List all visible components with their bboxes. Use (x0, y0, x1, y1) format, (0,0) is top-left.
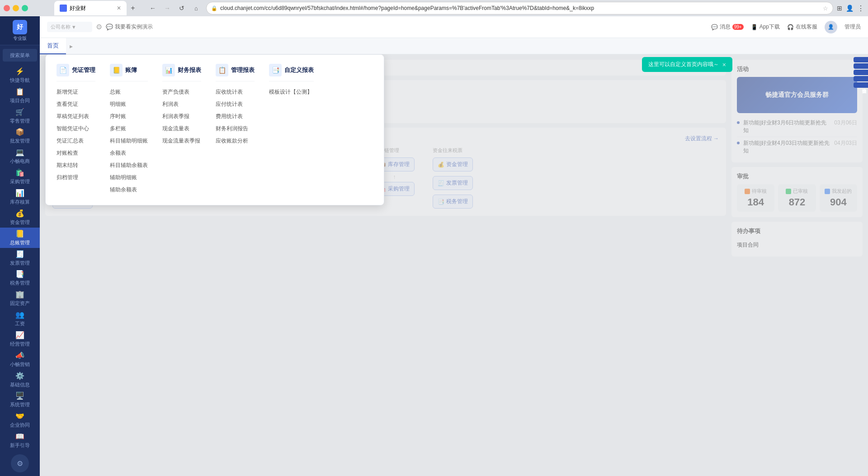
bookmark-icon[interactable]: ☆ (823, 5, 828, 12)
reload-button[interactable]: ↺ (175, 2, 188, 14)
sidebar-item-fixed[interactable]: 🏢 固定资产 (0, 288, 40, 309)
menu-item-view-voucher[interactable]: 查看凭证 (57, 98, 95, 110)
browser-tab-active[interactable]: 好业财 ✕ (54, 1, 127, 15)
message-button[interactable]: 💬 消息 99+ (711, 23, 744, 31)
finance-report-title: 财务报表 (178, 66, 201, 74)
menu-item-profit-report[interactable]: 财务利润报告 (216, 123, 255, 135)
menu-item-subject-balance[interactable]: 科目辅助余额表 (110, 159, 148, 171)
side-btn-service[interactable]: 客服热线 (854, 70, 868, 75)
sidebar-item-project[interactable]: 📋 项目合同 (0, 86, 40, 106)
side-btn-help[interactable]: 帮助中心 (854, 63, 868, 69)
sidebar-item-base[interactable]: ⚙️ 基础信息 (0, 370, 40, 390)
sidebar-item-ops[interactable]: 📈 经营管理 (0, 329, 40, 349)
search-menu-button[interactable]: 搜索菜单 (3, 49, 37, 62)
side-btn-homepage[interactable]: 首页设置 (854, 57, 868, 62)
menu-item-draft-voucher[interactable]: 草稿凭证列表 (57, 110, 95, 123)
menu-item-period-end[interactable]: 期末结转 (57, 159, 95, 171)
sidebar-item-label: 固定资产 (10, 300, 30, 307)
win-close-btn[interactable] (4, 5, 10, 11)
menu-item-aux-balance[interactable]: 辅助余额表 (110, 184, 148, 196)
new-tab-button[interactable]: + (127, 2, 139, 14)
sidebar-item-quick[interactable]: ⚡ 快捷导航 (0, 65, 40, 86)
sidebar-item-coop[interactable]: 🤝 企业协同 (0, 410, 40, 430)
sidebar-item-inventory[interactable]: 📊 库存核算 (0, 187, 40, 207)
sidebar-item-label: 项目合同 (10, 97, 30, 104)
extensions-icon[interactable]: ⊞ (837, 5, 842, 12)
topbar-left: 公司名称 ▾ ⚙ 💬 我要看实例演示 (47, 22, 153, 32)
sidebar-item-label: 资金管理 (10, 219, 30, 226)
settings-button[interactable]: ⚙ (11, 454, 29, 472)
sidebar-item-invoice[interactable]: 🧾 发票管理 (0, 248, 40, 268)
sidebar-item-wholesale[interactable]: 📦 批发管理 (0, 126, 40, 147)
menu-item-general-ledger[interactable]: 总账 (110, 86, 148, 98)
invoice-icon: 🧾 (15, 250, 24, 258)
sidebar-item-funds[interactable]: 💰 资金管理 (0, 207, 40, 228)
sidebar-item-ecommerce[interactable]: 💻 小畅电商 (0, 146, 40, 167)
back-button[interactable]: ← (146, 2, 159, 14)
menu-item-time-ledger[interactable]: 序时账 (110, 110, 148, 123)
menu-item-ar-analysis[interactable]: 应收账款分析 (216, 135, 255, 147)
sidebar-item-accounting[interactable]: 📒 总账管理 (0, 228, 40, 248)
menu-item-balance[interactable]: 余额表 (110, 147, 148, 159)
menu-section-voucher: 📄 凭证管理 新增凭证 查看凭证 草稿凭证列表 智能凭证中心 凭证汇总表 对账检… (57, 64, 95, 196)
menu-item-profit[interactable]: 利润表 (162, 98, 201, 110)
menu-item-archive[interactable]: 归档管理 (57, 171, 95, 184)
menu-item-cashflow-q[interactable]: 现金流量表季报 (162, 135, 201, 147)
tab-close-icon[interactable]: ✕ (117, 5, 121, 11)
app-label: App下载 (760, 23, 780, 31)
system-icon: 🖥️ (15, 391, 24, 400)
menu-item-cashflow[interactable]: 现金流量表 (162, 123, 201, 135)
user-avatar[interactable]: 👤 (825, 21, 837, 33)
win-max-btn[interactable] (22, 5, 28, 11)
profile-icon[interactable]: 👤 (846, 5, 854, 12)
win-min-btn[interactable] (13, 5, 19, 11)
tip-close-btn[interactable]: × (722, 61, 726, 68)
sidebar-item-payroll[interactable]: 👥 工资 (0, 309, 40, 329)
menu-item-expense-stats[interactable]: 费用统计表 (216, 110, 255, 123)
sidebar-logo: 好 专业版 (0, 16, 40, 45)
menu-item-balance-sheet[interactable]: 资产负债表 (162, 86, 201, 98)
more-icon[interactable]: ⋮ (857, 4, 864, 13)
forward-button[interactable]: → (161, 2, 174, 14)
company-dropdown[interactable]: 公司名称 ▾ (47, 22, 92, 32)
menu-item-add-voucher[interactable]: 新增凭证 (57, 86, 95, 98)
settings-icon[interactable]: ⚙ (96, 23, 102, 31)
home-button[interactable]: ⌂ (190, 2, 203, 14)
menu-item-ar-stats[interactable]: 应收统计表 (216, 86, 255, 98)
menu-item-aux-detail[interactable]: 辅助明细账 (110, 171, 148, 184)
message-badge: 99+ (732, 24, 744, 30)
demo-button[interactable]: 💬 我要看实例演示 (106, 23, 153, 31)
menu-item-multi-ledger[interactable]: 多栏账 (110, 123, 148, 135)
menu-item-smart-voucher[interactable]: 智能凭证中心 (57, 123, 95, 135)
menu-item-subject-detail[interactable]: 科目辅助明细账 (110, 135, 148, 147)
app-download-button[interactable]: 📱 App下载 (751, 23, 780, 31)
sidebar-item-guide[interactable]: 📖 新手引导 (0, 430, 40, 451)
online-service-button[interactable]: 🎧 在线客服 (787, 23, 817, 31)
sidebar-item-label: 小畅营销 (10, 361, 30, 368)
tab-home-label: 首页 (47, 42, 59, 50)
side-btn-community[interactable]: 服务社区 (854, 76, 868, 81)
sidebar-item-retail[interactable]: 🛒 零售管理 (0, 106, 40, 126)
menu-item-voucher-summary[interactable]: 凭证汇总表 (57, 135, 95, 147)
logo-icon: 好 (13, 20, 27, 34)
address-bar[interactable]: 🔒 cloud.chanjet.com/cc/u6d89qwnryel/57bf… (206, 2, 833, 14)
menu-item-template-design[interactable]: 模板设计【公测】 (269, 86, 314, 98)
sidebar-item-purchase[interactable]: 🛍️ 采购管理 (0, 167, 40, 187)
sidebar-item-tax[interactable]: 📑 税务管理 (0, 268, 40, 288)
menu-item-reconcile[interactable]: 对账检查 (57, 147, 95, 159)
sidebar-item-system[interactable]: 🖥️ 系统管理 (0, 390, 40, 410)
guide-icon: 📖 (15, 432, 24, 441)
menu-item-ap-stats[interactable]: 应付统计表 (216, 98, 255, 110)
custom-report-title: 自定义报表 (284, 66, 314, 74)
quick-icon: ⚡ (15, 67, 24, 76)
sidebar-item-marketing[interactable]: 📣 小畅营销 (0, 349, 40, 370)
voucher-section-icon: 📄 (57, 64, 69, 76)
tab-home[interactable]: 首页 (40, 38, 66, 54)
menu-item-profit-q[interactable]: 利润表季报 (162, 110, 201, 123)
menu-item-detail-ledger[interactable]: 明细账 (110, 98, 148, 110)
payroll-icon: 👥 (15, 310, 24, 319)
service-icon: 🎧 (787, 24, 794, 30)
side-btn-desktop[interactable]: 桌面快捷 (854, 82, 868, 88)
base-icon: ⚙️ (15, 371, 24, 380)
tab-expand-btn[interactable]: ▸ (66, 43, 76, 50)
